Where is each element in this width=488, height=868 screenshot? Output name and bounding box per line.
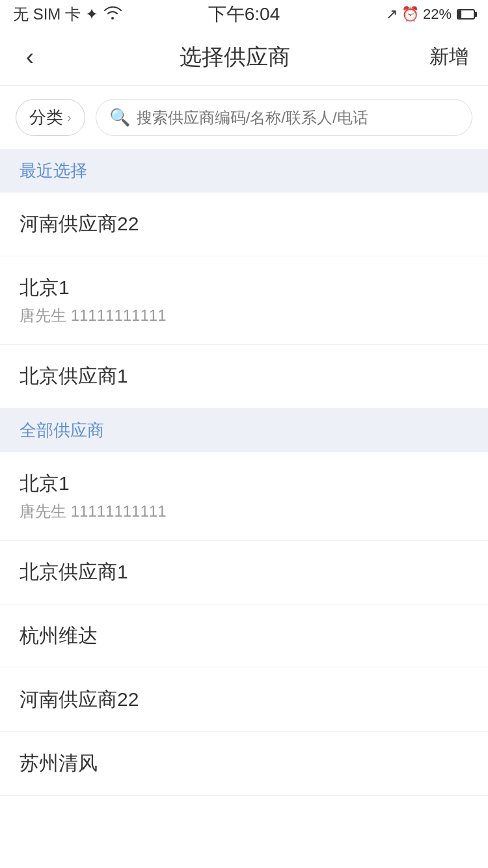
status-bar: 无 SIM 卡 ✦ 下午6:04 ↗ ⏰ 22% bbox=[0, 0, 488, 29]
item-name: 杭州维达 bbox=[20, 623, 468, 649]
all-section-header: 全部供应商 bbox=[0, 409, 488, 452]
list-item[interactable]: 北京供应商1 bbox=[0, 345, 488, 409]
list-item[interactable]: 北京供应商1 bbox=[0, 541, 488, 604]
status-right: ↗ ⏰ 22% bbox=[386, 6, 475, 23]
list-item[interactable]: 杭州维达 bbox=[0, 604, 488, 668]
status-left: 无 SIM 卡 ✦ bbox=[13, 4, 122, 25]
search-icon: 🔍 bbox=[109, 107, 130, 128]
page-title: 选择供应商 bbox=[180, 42, 290, 72]
alarm-icon: ⏰ bbox=[401, 6, 419, 23]
search-bar: 分类 › 🔍 bbox=[0, 86, 488, 149]
recent-section-label: 最近选择 bbox=[20, 161, 87, 180]
list-item[interactable]: 河南供应商22 bbox=[0, 668, 488, 732]
search-input-wrapper[interactable]: 🔍 bbox=[96, 99, 472, 136]
search-input[interactable] bbox=[137, 109, 459, 127]
recent-items-list: 河南供应商22 北京1 唐先生 11111111111 北京供应商1 bbox=[0, 193, 488, 409]
location-icon: ↗ bbox=[386, 6, 398, 23]
list-item[interactable]: 河南供应商22 bbox=[0, 193, 488, 256]
all-section-label: 全部供应商 bbox=[20, 420, 104, 440]
add-button[interactable]: 新增 bbox=[429, 44, 468, 70]
item-name: 河南供应商22 bbox=[20, 686, 468, 713]
sim-label: 无 SIM 卡 ✦ bbox=[13, 4, 98, 25]
item-name: 北京1 bbox=[20, 470, 468, 497]
list-item[interactable]: 北京1 唐先生 11111111111 bbox=[0, 452, 488, 541]
item-name: 北京供应商1 bbox=[20, 363, 468, 390]
all-items-list: 北京1 唐先生 11111111111 北京供应商1 杭州维达 河南供应商22 … bbox=[0, 452, 488, 796]
category-label: 分类 bbox=[29, 106, 63, 129]
item-sub: 唐先生 11111111111 bbox=[20, 501, 468, 522]
status-time: 下午6:04 bbox=[208, 2, 280, 27]
battery-icon bbox=[457, 9, 475, 20]
list-item[interactable]: 苏州清风 bbox=[0, 732, 488, 796]
item-name: 河南供应商22 bbox=[20, 211, 468, 237]
nav-bar: ‹ 选择供应商 新增 bbox=[0, 29, 488, 86]
item-name: 北京1 bbox=[20, 275, 468, 301]
item-name: 北京供应商1 bbox=[20, 559, 468, 586]
category-filter-button[interactable]: 分类 › bbox=[16, 99, 85, 136]
back-button[interactable]: ‹ bbox=[20, 37, 40, 77]
recent-section-header: 最近选择 bbox=[0, 149, 488, 193]
wifi-icon bbox=[103, 5, 122, 23]
item-sub: 唐先生 11111111111 bbox=[20, 305, 468, 326]
item-name: 苏州清风 bbox=[20, 750, 468, 777]
list-item[interactable]: 北京1 唐先生 11111111111 bbox=[0, 256, 488, 345]
chevron-right-icon: › bbox=[67, 110, 72, 125]
battery-percent: 22% bbox=[423, 6, 452, 23]
